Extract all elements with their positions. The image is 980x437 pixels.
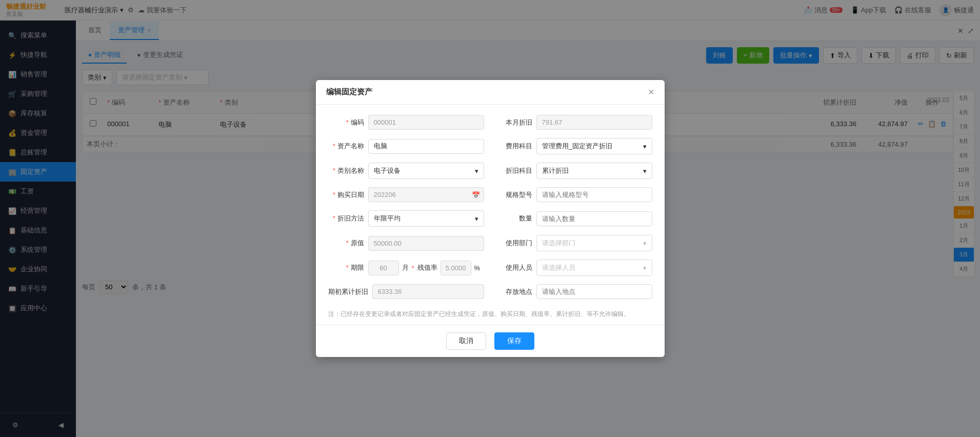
edit-asset-dialog: 编辑固定资产 ✕ * 编码 本月折旧 — [316, 80, 665, 357]
calendar-icon[interactable]: 📅 — [472, 191, 480, 198]
select-expense-subject[interactable]: 管理费用_固定资产折旧 ▾ — [536, 138, 652, 154]
select-dep-method[interactable]: 年限平均 ▾ — [368, 210, 484, 227]
label-dep-subject: 折旧科目 — [496, 166, 532, 175]
select-category[interactable]: 电子设备 ▾ — [368, 163, 484, 179]
dialog-header: 编辑固定资产 ✕ — [316, 80, 665, 105]
dialog-body: * 编码 本月折旧 * 资产名称 费用科目 — [316, 105, 665, 309]
field-department: 使用部门 请选择部门 ▾ — [496, 235, 652, 251]
period-unit: 月 — [402, 263, 409, 272]
field-initial-accum: 期初累计折旧 — [328, 284, 484, 299]
label-expense-subject: 费用科目 — [496, 142, 532, 151]
label-initial-accum: 期初累计折旧 — [328, 287, 368, 296]
dialog-close-btn[interactable]: ✕ — [648, 87, 654, 97]
label-period: * 期限 — [328, 263, 364, 272]
cancel-button[interactable]: 取消 — [446, 332, 486, 350]
save-button[interactable]: 保存 — [494, 332, 534, 350]
field-period-residual: * 期限 月 * 残值率 % — [328, 260, 484, 276]
field-code: * 编码 — [328, 115, 484, 130]
field-dep-method: * 折旧方法 年限平均 ▾ — [328, 210, 484, 227]
field-dep-subject: 折旧科目 累计折旧 ▾ — [496, 163, 652, 179]
field-expense-subject: 费用科目 管理费用_固定资产折旧 ▾ — [496, 138, 652, 154]
label-purchase-date: * 购买日期 — [328, 190, 364, 200]
label-original-value: * 原值 — [328, 239, 364, 248]
label-month-dep: 本月折旧 — [496, 118, 532, 127]
input-month-dep[interactable] — [536, 115, 652, 130]
residual-unit: % — [474, 264, 481, 272]
chevron-down-icon4: ▾ — [475, 167, 478, 175]
label-category: * 类别名称 — [328, 166, 364, 175]
input-location[interactable] — [536, 284, 652, 299]
label-person: 使用人员 — [496, 263, 532, 272]
label-department: 使用部门 — [496, 239, 532, 248]
form-grid: * 编码 本月折旧 * 资产名称 费用科目 — [328, 115, 652, 299]
chevron-down-icon6: ▾ — [475, 215, 478, 223]
select-dep-subject[interactable]: 累计折旧 ▾ — [536, 163, 652, 179]
period-group: 月 * 残值率 % — [368, 261, 481, 275]
label-residual-rate: 残值率 — [417, 263, 437, 272]
input-spec-model[interactable] — [536, 187, 652, 202]
field-original-value: * 原值 — [328, 235, 484, 251]
select-person[interactable]: 请选择人员 ▾ — [536, 260, 652, 276]
field-location: 存放地点 — [496, 284, 652, 299]
chevron-down-icon5: ▾ — [643, 167, 647, 175]
field-category: * 类别名称 电子设备 ▾ — [328, 163, 484, 179]
chevron-down-icon3: ▾ — [643, 143, 647, 150]
dialog-note: 注：已经存在变更记录或者对应固定资产已经生成凭证，原值、购买日期、残值率、累计折… — [316, 309, 665, 325]
label-spec-model: 规格型号 — [496, 190, 532, 200]
input-initial-accum[interactable] — [372, 284, 484, 299]
input-original-value[interactable] — [368, 236, 484, 251]
label-quantity: 数量 — [496, 214, 532, 223]
chevron-down-icon7: ▾ — [643, 240, 647, 247]
input-code[interactable] — [368, 115, 484, 130]
field-quantity: 数量 — [496, 210, 652, 227]
label-code: * 编码 — [328, 118, 364, 127]
field-asset-name: * 资产名称 — [328, 138, 484, 154]
input-quantity[interactable] — [536, 211, 652, 226]
field-purchase-date: * 购买日期 📅 — [328, 187, 484, 202]
field-month-depreciation: 本月折旧 — [496, 115, 652, 130]
chevron-down-icon8: ▾ — [643, 264, 647, 272]
date-input-wrapper: 📅 — [368, 187, 484, 202]
label-asset-name: * 资产名称 — [328, 142, 364, 151]
select-department[interactable]: 请选择部门 ▾ — [536, 235, 652, 251]
input-period[interactable] — [368, 261, 399, 275]
input-asset-name[interactable] — [368, 139, 484, 154]
field-person: 使用人员 请选择人员 ▾ — [496, 260, 652, 276]
label-dep-method: * 折旧方法 — [328, 214, 364, 223]
input-purchase-date[interactable] — [368, 187, 484, 202]
dialog-title: 编辑固定资产 — [326, 87, 372, 97]
dialog-footer: 取消 保存 — [316, 325, 665, 357]
dialog-overlay: 编辑固定资产 ✕ * 编码 本月折旧 — [0, 0, 980, 437]
input-residual-rate[interactable] — [441, 261, 471, 275]
field-spec-model: 规格型号 — [496, 187, 652, 202]
label-location: 存放地点 — [496, 287, 532, 296]
